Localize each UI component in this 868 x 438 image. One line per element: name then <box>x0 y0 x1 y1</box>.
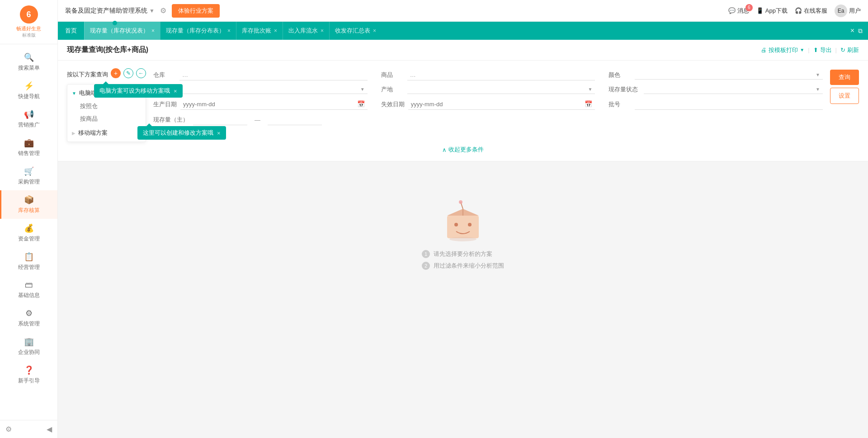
tab-recv-summary[interactable]: 收发存汇总表 × <box>329 22 382 40</box>
export-icon: ⬆ <box>813 47 818 53</box>
status-select[interactable]: ▼ <box>644 85 823 94</box>
search-button[interactable]: 查询 <box>830 70 859 85</box>
tab-inout-flow[interactable]: 出入库流水 × <box>283 22 329 40</box>
sidebar-item-guide[interactable]: ❓ 新手引导 <box>0 361 57 389</box>
scheme-mobile-toggle[interactable]: ▶ 移动端方案 <box>67 126 146 140</box>
sidebar-item-inventory[interactable]: 📦 库存核算 <box>0 190 57 219</box>
tab-inventory-status[interactable]: 现存量（库存状况表） × <box>84 22 160 40</box>
sidebar-item-marketing[interactable]: 📢 营销推广 <box>0 105 57 133</box>
inventory-icon: 📦 <box>24 195 34 205</box>
sidebar-item-finance[interactable]: 💰 资金管理 <box>0 219 57 247</box>
sidebar-item-operation[interactable]: 📋 经营管理 <box>0 247 57 276</box>
sidebar-item-quicknav[interactable]: ⚡ 快捷导航 <box>0 76 57 105</box>
tab-close-icon[interactable]: × <box>151 28 155 34</box>
sidebar-item-label: 营销推广 <box>18 121 40 129</box>
prod-date-field[interactable] <box>183 101 355 108</box>
sidebar-item-label: 资金管理 <box>18 235 40 243</box>
online-service-button[interactable]: 🎧 在线客服 <box>795 7 827 15</box>
expire-date-field[interactable] <box>411 101 583 108</box>
add-scheme-button[interactable]: + <box>111 68 121 78</box>
setup-button[interactable]: 设置 <box>830 88 859 104</box>
quicknav-icon: ⚡ <box>24 81 34 91</box>
qty-min-input[interactable] <box>193 114 247 125</box>
tooltip2-close-icon[interactable]: × <box>217 130 221 137</box>
svg-point-7 <box>449 237 476 241</box>
tab-home-label: 首页 <box>65 27 77 35</box>
warehouse-select[interactable]: … <box>179 70 368 80</box>
tab-close-icon[interactable]: × <box>373 28 376 34</box>
arrow-scheme-button[interactable]: ← <box>136 68 146 78</box>
sidebar-item-sales[interactable]: 💼 销售管理 <box>0 133 57 162</box>
collapse-filter-button[interactable]: ∧ 收起更多条件 <box>67 142 859 157</box>
filter-field-color: 颜色 ▼ <box>609 70 823 80</box>
logo-icon: 6 <box>20 5 38 24</box>
collapse-sidebar-icon[interactable]: ◀ <box>47 425 52 433</box>
tab-close-icon[interactable]: × <box>227 28 231 34</box>
tooltip-text2: 这里可以创建和修改方案哦 <box>143 129 213 137</box>
sidebar-bottom: ⚙ ◀ <box>0 420 57 438</box>
print-label: 按模板打印 <box>769 46 798 54</box>
sidebar-logo[interactable]: 6 畅通好生意 标准版 <box>0 0 57 44</box>
enterprise-icon: 🏢 <box>24 337 34 347</box>
tab-batch-ledger[interactable]: 库存批次账 × <box>236 22 283 40</box>
tab-actions: × ⧉ <box>845 27 868 35</box>
chevron-down-icon2: ▼ <box>360 87 365 92</box>
filter-area: 按以下方案查询 + ✎ ← 电脑方案可设为移动方案哦 × <box>58 61 868 161</box>
tab-inventory-dist[interactable]: 现存量（库存分布表） × <box>160 22 236 40</box>
qty-dash: — <box>251 117 264 123</box>
calendar-icon2[interactable]: 📅 <box>585 100 592 108</box>
collapse-label: 收起更多条件 <box>448 146 484 154</box>
chevron-print-icon: ▼ <box>800 47 804 52</box>
goods-select[interactable]: … <box>407 70 595 80</box>
edit-scheme-button[interactable]: ✎ <box>123 68 133 78</box>
service-icon: 🎧 <box>795 7 802 14</box>
sidebar-item-enterprise[interactable]: 🏢 企业协同 <box>0 332 57 361</box>
scheme-desktop-child1[interactable]: 按照仓 <box>67 100 146 113</box>
filter-field-goods: 商品 … <box>381 70 595 80</box>
user-menu[interactable]: Ea 用户 <box>835 5 861 17</box>
industry-plan-button[interactable]: 体验行业方案 <box>172 4 220 18</box>
tab-close-icon[interactable]: × <box>274 28 277 34</box>
size-select[interactable]: ▼ <box>179 85 368 94</box>
origin-select[interactable]: ▼ <box>407 85 595 94</box>
main-area: 装备及固定资产辅助管理系统 ▼ ⚙ 体验行业方案 💬 消息 6 📱 App下载 … <box>58 0 868 438</box>
print-button[interactable]: 🖨 按模板打印 ▼ <box>761 46 804 54</box>
tab-close-icon[interactable]: × <box>321 28 324 34</box>
filter-field-origin: 产地 ▼ <box>381 85 595 94</box>
sidebar-item-search[interactable]: 🔍 搜索菜单 <box>0 48 57 76</box>
refresh-button[interactable]: ↻ 刷新 <box>840 46 859 54</box>
filter-field-status: 现存量状态 ▼ <box>609 85 823 94</box>
sidebar-item-basic[interactable]: 🗃 基础信息 <box>0 276 57 304</box>
qty-max-input[interactable] <box>268 114 322 125</box>
header-right: 💬 消息 6 📱 App下载 🎧 在线客服 Ea 用户 <box>728 5 861 17</box>
print-icon: 🖨 <box>761 47 767 53</box>
tab-close-all-icon[interactable]: × <box>850 27 854 35</box>
tab-home[interactable]: 首页 <box>58 22 84 40</box>
app-download-button[interactable]: 📱 App下载 <box>756 7 788 15</box>
message-icon: 💬 <box>728 7 736 14</box>
page-title: 现存量查询(按仓库+商品) <box>67 45 148 55</box>
tooltip-close-icon[interactable]: × <box>174 88 177 94</box>
chevron-down-icon3: ▼ <box>588 87 592 92</box>
app-label: App下载 <box>765 7 788 15</box>
sidebar-item-system[interactable]: ⚙ 系统管理 <box>0 304 57 332</box>
batch-label: 批号 <box>609 100 631 108</box>
settings-bottom-icon[interactable]: ⚙ <box>5 425 12 433</box>
sidebar: 6 畅通好生意 标准版 🔍 搜索菜单 ⚡ 快捷导航 📢 营销推广 💼 销售管理 … <box>0 0 58 438</box>
sidebar-item-purchase[interactable]: 🛒 采购管理 <box>0 162 57 190</box>
tab-expand-icon[interactable]: ⧉ <box>858 27 863 35</box>
message-button[interactable]: 💬 消息 6 <box>728 7 749 15</box>
system-selector[interactable]: 装备及固定资产辅助管理系统 ▼ <box>65 7 155 15</box>
batch-input[interactable] <box>635 99 823 110</box>
page-header: 现存量查询(按仓库+商品) 🖨 按模板打印 ▼ | ⬆ 导出 | ↻ 刷新 <box>58 40 868 61</box>
prod-date-input[interactable]: 📅 <box>180 99 368 110</box>
color-select[interactable]: ▼ <box>635 71 823 80</box>
scheme-desktop-child2[interactable]: 按商品 <box>67 113 146 125</box>
phone-icon: 📱 <box>756 7 764 14</box>
calendar-icon[interactable]: 📅 <box>357 100 365 108</box>
export-button[interactable]: ⬆ 导出 <box>813 46 832 54</box>
expire-date-input[interactable]: 📅 <box>408 99 595 110</box>
header-settings-icon[interactable]: ⚙ <box>160 6 166 15</box>
tab-label: 收发存汇总表 <box>335 27 370 35</box>
expire-date-label: 失效日期 <box>381 100 405 108</box>
